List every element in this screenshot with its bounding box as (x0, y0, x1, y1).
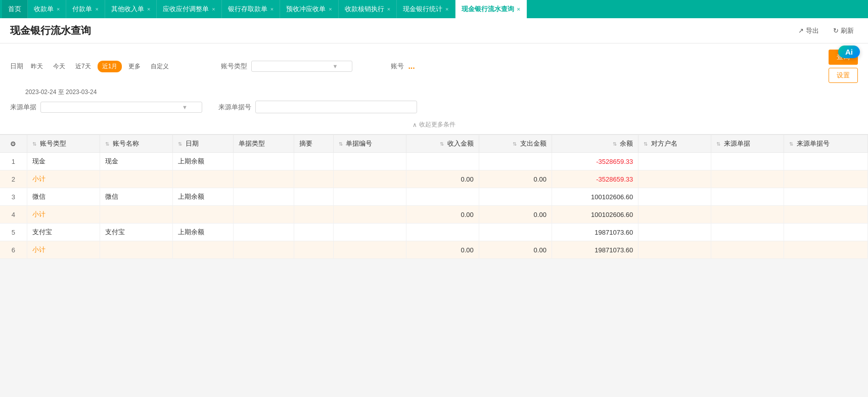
th-date-label: 日期 (186, 140, 199, 147)
close-icon[interactable]: × (95, 6, 98, 12)
row-num: 6 (0, 241, 27, 259)
th-income-label: 收入金额 (447, 140, 474, 147)
nav-tab-bank[interactable]: 银行存取款单 × (222, 0, 280, 18)
row-account-name (100, 241, 173, 259)
nav-tab-xjyh-stat[interactable]: 现金银行统计 × (397, 0, 455, 18)
sort-icon[interactable]: ⇅ (789, 141, 793, 147)
table-header-row: ⚙ ⇅ 账号类型 ⇅ 账号名称 ⇅ 日期 单据类型 摘要 (0, 135, 868, 153)
nav-tab-yushou[interactable]: 预收冲应收单 × (280, 0, 338, 18)
row-account-type: 小计 (27, 206, 100, 224)
row-account-type: 微信 (27, 188, 100, 206)
row-expense (479, 153, 552, 170)
sort-icon[interactable]: ⇅ (613, 141, 617, 147)
nav-tab-label: 预收冲应收单 (286, 5, 326, 14)
row-doc-num (333, 224, 406, 241)
row-balance: 19871073.60 (552, 224, 638, 241)
date-filter-group: 日期 昨天 今天 近7天 近1月 更多 自定义 (10, 61, 172, 72)
date-btn-1month[interactable]: 近1月 (98, 61, 122, 72)
nav-tab-shoukuandan[interactable]: 收款单 × (28, 0, 66, 18)
sort-icon[interactable]: ⇅ (513, 141, 517, 147)
table-container: ⚙ ⇅ 账号类型 ⇅ 账号名称 ⇅ 日期 单据类型 摘要 (0, 135, 868, 259)
source-doc-num-label: 来源单据号 (218, 103, 251, 112)
nav-tab-fukuandan[interactable]: 付款单 × (66, 0, 105, 18)
sort-icon[interactable]: ⇅ (440, 141, 444, 147)
row-income (406, 188, 479, 206)
close-icon[interactable]: × (387, 6, 390, 12)
row-date (173, 241, 234, 259)
nav-tab-label: 应收应付调整单 (163, 5, 209, 14)
row-account-type: 现金 (27, 153, 100, 170)
nav-tab-ysyf[interactable]: 应收应付调整单 × (157, 0, 221, 18)
filter-row-1: 日期 昨天 今天 近7天 近1月 更多 自定义 账号类型 ▼ 账号 ... (10, 50, 858, 83)
page-title: 现金银行流水查询 (10, 24, 91, 37)
sort-icon[interactable]: ⇅ (716, 141, 720, 147)
row-income: 0.00 (406, 206, 479, 224)
source-doc-select[interactable]: ▼ (40, 102, 202, 113)
data-table: ⚙ ⇅ 账号类型 ⇅ 账号名称 ⇅ 日期 单据类型 摘要 (0, 135, 868, 259)
date-btn-today[interactable]: 今天 (50, 61, 69, 72)
collapse-bar[interactable]: ∧ 收起更多条件 (10, 118, 858, 130)
row-date: 上期余额 (173, 153, 234, 170)
ai-label: Ai (845, 48, 853, 56)
sort-icon[interactable]: ⇅ (32, 141, 36, 147)
nav-tab-label: 现金银行流水查询 (462, 5, 514, 14)
source-doc-num-input[interactable] (255, 101, 417, 113)
sort-icon[interactable]: ⇅ (178, 141, 182, 147)
th-account-name: ⇅ 账号名称 (100, 135, 173, 153)
ai-badge[interactable]: Ai (838, 46, 860, 58)
th-counterparty: ⇅ 对方户名 (638, 135, 711, 153)
close-icon[interactable]: × (517, 6, 520, 12)
nav-tab-home[interactable]: 首页 (2, 0, 28, 18)
nav-tab-shoukuan-exec[interactable]: 收款核销执行 × (339, 0, 397, 18)
row-doc-type (234, 206, 294, 224)
row-account-name: 现金 (100, 153, 173, 170)
sort-icon[interactable]: ⇅ (644, 141, 648, 147)
nav-tab-xjyh-query[interactable]: 现金银行流水查询 × (455, 0, 527, 18)
th-doc-num: ⇅ 单据编号 (333, 135, 406, 153)
th-expense: ⇅ 支出金额 (479, 135, 552, 153)
row-account-type: 小计 (27, 170, 100, 188)
table-row: 2 小计 0.00 0.00 -3528659.33 (0, 170, 868, 188)
row-expense: 0.00 (479, 241, 552, 259)
filter-area: 日期 昨天 今天 近7天 近1月 更多 自定义 账号类型 ▼ 账号 ... (0, 43, 868, 135)
row-balance: 19871073.60 (552, 241, 638, 259)
close-icon[interactable]: × (147, 6, 150, 12)
nav-tab-label: 付款单 (72, 5, 92, 14)
row-source-doc (711, 206, 784, 224)
refresh-icon: ↻ (833, 27, 839, 34)
th-settings[interactable]: ⚙ (0, 135, 27, 153)
header-actions: ↗ 导出 ↻ 刷新 (794, 24, 858, 37)
refresh-button[interactable]: ↻ 刷新 (829, 24, 858, 37)
nav-tab-label: 现金银行统计 (403, 5, 442, 14)
th-income: ⇅ 收入金额 (406, 135, 479, 153)
nav-tab-qitasd[interactable]: 其他收入单 × (105, 0, 157, 18)
source-doc-label: 来源单据 (10, 103, 36, 112)
account-dots-button[interactable]: ... (408, 62, 415, 71)
account-type-select[interactable]: ▼ (251, 61, 352, 72)
date-shortcuts: 昨天 今天 近7天 近1月 更多 自定义 (27, 61, 172, 72)
row-summary (294, 224, 333, 241)
row-counterparty (638, 224, 711, 241)
date-btn-custom[interactable]: 自定义 (147, 61, 172, 72)
close-icon[interactable]: × (212, 6, 215, 12)
row-num: 3 (0, 188, 27, 206)
settings-button[interactable]: 设置 (829, 68, 858, 83)
date-btn-7days[interactable]: 近7天 (72, 61, 95, 72)
date-btn-yesterday[interactable]: 昨天 (27, 61, 47, 72)
close-icon[interactable]: × (445, 6, 448, 12)
row-account-name: 微信 (100, 188, 173, 206)
row-source-doc-num (784, 224, 868, 241)
close-icon[interactable]: × (329, 6, 332, 12)
date-btn-more[interactable]: 更多 (125, 61, 144, 72)
row-num: 1 (0, 153, 27, 170)
export-button[interactable]: ↗ 导出 (794, 24, 823, 37)
refresh-label: 刷新 (841, 26, 854, 35)
close-icon[interactable]: × (270, 6, 273, 12)
row-num: 2 (0, 170, 27, 188)
close-icon[interactable]: × (57, 6, 60, 12)
th-date: ⇅ 日期 (173, 135, 234, 153)
sort-icon[interactable]: ⇅ (105, 141, 109, 147)
th-balance-label: 余额 (620, 140, 633, 147)
sort-icon[interactable]: ⇅ (339, 141, 343, 147)
th-doc-type-label: 单据类型 (239, 140, 265, 147)
